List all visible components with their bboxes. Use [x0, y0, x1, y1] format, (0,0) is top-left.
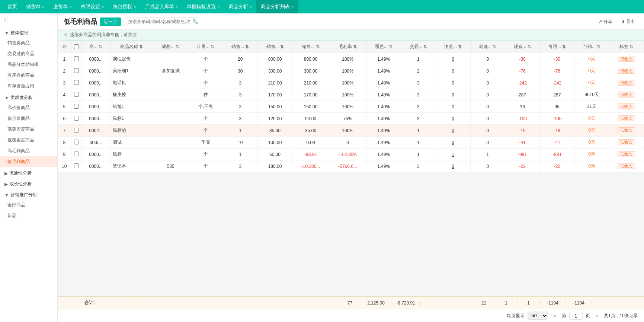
col-coverage[interactable]: 覆盖... ⇅: [366, 41, 401, 53]
nav-close-icon[interactable]: ×: [291, 4, 294, 9]
sidebar-group-营销推广分析[interactable]: ▼营销推广分析: [0, 189, 57, 200]
row-checkbox[interactable]: [71, 113, 81, 125]
sidebar-item-低价值商品[interactable]: 低价值商品: [0, 113, 57, 124]
row-views1[interactable]: 1: [436, 149, 470, 160]
next-page-button[interactable]: ＞: [593, 312, 601, 320]
row-views1[interactable]: 0: [436, 125, 470, 137]
col-checkbox[interactable]: [71, 41, 81, 53]
row-views1[interactable]: 0: [436, 137, 470, 149]
row-select-checkbox[interactable]: [74, 163, 79, 168]
nav-item-商品分析列表[interactable]: 商品分析列表×: [256, 0, 298, 13]
col-views2[interactable]: 浏览... ⇅: [470, 41, 505, 53]
views1-link[interactable]: 1: [452, 152, 454, 157]
nav-item-进货单[interactable]: 进货单×: [49, 0, 76, 13]
share-button[interactable]: ↗ 分享: [596, 17, 615, 26]
nav-item-销货单[interactable]: 销货单×: [22, 0, 49, 13]
nav-close-icon[interactable]: ×: [42, 4, 44, 9]
sidebar-item-销售类商品[interactable]: 销售类商品: [0, 38, 57, 48]
views1-link[interactable]: 0: [452, 104, 454, 109]
row-checkbox[interactable]: [71, 137, 81, 149]
nav-item-商品分析[interactable]: 商品分析×: [224, 0, 256, 13]
sidebar-group-成长性分析[interactable]: ▶成长性分析: [0, 178, 57, 189]
row-select-checkbox[interactable]: [74, 128, 79, 133]
col-sales-profit[interactable]: 销售... ⇅: [292, 41, 329, 53]
sidebar-group-类群度分析[interactable]: ▼类群度分析: [0, 92, 57, 102]
per-page-select[interactable]: 50 100: [528, 312, 548, 320]
views1-link[interactable]: 0: [452, 68, 454, 74]
nav-close-icon[interactable]: ×: [69, 4, 71, 9]
col-sales-amount[interactable]: 销售... ⇅: [257, 41, 292, 53]
col-transactions[interactable]: 交易... ⇅: [401, 41, 436, 53]
row-views1[interactable]: 0: [436, 77, 470, 89]
sidebar-group-整体信息[interactable]: ▼整体信息: [0, 27, 57, 38]
sidebar-item-全部商品[interactable]: 全部商品: [0, 200, 57, 210]
col-current-stock[interactable]: 现有... ⇅: [505, 41, 540, 53]
row-select-checkbox[interactable]: [74, 56, 79, 61]
sidebar-item-高覆盖度商品[interactable]: 高覆盖度商品: [0, 124, 57, 135]
row-select-checkbox[interactable]: [74, 80, 79, 85]
row-checkbox[interactable]: [71, 65, 81, 77]
nav-item-产成品入库单[interactable]: 产成品入库单×: [141, 0, 182, 13]
row-views1[interactable]: 0: [436, 160, 470, 172]
row-select-checkbox[interactable]: [74, 140, 79, 144]
views1-link[interactable]: 0: [452, 92, 454, 98]
row-checkbox[interactable]: [71, 77, 81, 89]
row-checkbox[interactable]: [71, 101, 81, 113]
col-spec[interactable]: 规格... ⇅: [153, 41, 188, 53]
col-views1[interactable]: 浏览... ⇅: [436, 41, 470, 53]
search-icon[interactable]: 🔍: [192, 19, 198, 24]
nav-close-icon[interactable]: ×: [217, 4, 220, 9]
period-button[interactable]: 近一月: [100, 17, 121, 26]
sidebar-item-高价值商品[interactable]: 高价值商品: [0, 102, 57, 113]
col-sales-qty[interactable]: 销售... ⇅: [223, 41, 257, 53]
col-gross-margin[interactable]: 毛利率 ⇅: [329, 41, 366, 53]
sidebar-item-高毛利商品[interactable]: 高毛利商品: [0, 146, 57, 156]
views1-link[interactable]: 0: [452, 140, 454, 145]
col-unit[interactable]: 计量... ⇅: [188, 41, 223, 53]
nav-item-首页[interactable]: 首页: [3, 0, 22, 13]
row-select-checkbox[interactable]: [74, 104, 79, 109]
col-code[interactable]: 商... ⇅: [81, 41, 110, 53]
nav-close-icon[interactable]: ×: [250, 4, 252, 9]
sidebar-collapse-btn[interactable]: 《: [0, 13, 7, 27]
sidebar-item-有库存的商品[interactable]: 有库存的商品: [0, 70, 57, 81]
row-checkbox[interactable]: [71, 53, 81, 65]
row-views1[interactable]: 0: [436, 113, 470, 125]
search-input[interactable]: [124, 17, 198, 26]
row-select-checkbox[interactable]: [74, 68, 79, 73]
page-number-input[interactable]: [569, 312, 583, 320]
sidebar-item-交易过的商品[interactable]: 交易过的商品: [0, 48, 57, 59]
sidebar-item-库存资金占用[interactable]: 库存资金占用: [0, 81, 57, 92]
nav-close-icon[interactable]: ×: [102, 4, 104, 9]
views1-link[interactable]: 0: [452, 128, 454, 133]
prev-page-button[interactable]: ＜: [551, 312, 559, 320]
col-available[interactable]: 可用... ⇅: [540, 41, 574, 53]
col-name[interactable]: 商品名称 ⇅: [110, 41, 153, 53]
col-sellable-days[interactable]: 可销... ⇅: [574, 41, 609, 53]
row-select-checkbox[interactable]: [74, 152, 79, 156]
col-settings[interactable]: ⚙: [58, 41, 71, 53]
row-checkbox[interactable]: [71, 125, 81, 137]
sidebar-group-流通性分析[interactable]: ▶流通性分析: [0, 167, 57, 178]
row-checkbox[interactable]: [71, 149, 81, 160]
nav-close-icon[interactable]: ×: [176, 4, 178, 9]
views1-link[interactable]: 0: [452, 164, 454, 169]
sidebar-item-低毛利商品[interactable]: 低毛利商品: [0, 156, 57, 167]
row-views1[interactable]: 0: [436, 53, 470, 65]
views1-link[interactable]: 0: [452, 116, 454, 121]
row-checkbox[interactable]: [71, 160, 81, 172]
views1-link[interactable]: 0: [452, 57, 454, 62]
select-all-checkbox[interactable]: [74, 44, 79, 49]
col-tag[interactable]: 标签 ⇅: [609, 41, 644, 53]
row-select-checkbox[interactable]: [74, 116, 79, 121]
nav-item-角色授权[interactable]: 角色授权×: [108, 0, 140, 13]
row-views1[interactable]: 0: [436, 101, 470, 113]
export-button[interactable]: ⬇ 导出: [618, 17, 638, 26]
sidebar-item-低覆盖度商品[interactable]: 低覆盖度商品: [0, 135, 57, 146]
row-checkbox[interactable]: [71, 89, 81, 101]
row-select-checkbox[interactable]: [74, 92, 79, 97]
nav-close-icon[interactable]: ×: [134, 4, 136, 9]
nav-item-单据模板设置[interactable]: 单据模板设置×: [182, 0, 224, 13]
sidebar-item-新品[interactable]: 新品: [0, 210, 57, 221]
row-views1[interactable]: 0: [436, 65, 470, 77]
